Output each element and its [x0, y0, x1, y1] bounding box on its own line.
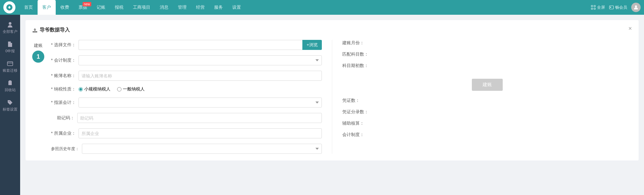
nav-item-client[interactable]: 客户	[38, 0, 56, 15]
fullscreen-button[interactable]: 全屏	[591, 5, 605, 10]
main-content: 导爷数据导入 × 建账 1 * 选择文件：	[20, 15, 644, 195]
app-logo	[3, 1, 15, 13]
ledger-input[interactable]	[79, 71, 322, 81]
nav-item-service[interactable]: 服务	[209, 0, 228, 15]
sidebar-item-migration-label: 账套迁移	[3, 68, 17, 73]
svg-point-7	[635, 5, 637, 7]
form-right: 建账月份： 匹配科目数： 科目期初数： 建账 凭证数：	[342, 40, 632, 154]
nav-item-fee[interactable]: 收费	[56, 0, 74, 15]
sidebar-item-tags[interactable]: 标签设置	[0, 96, 20, 115]
file-input-group: +浏览	[79, 40, 322, 50]
accountant-label: * 指派会计：	[51, 100, 76, 106]
file-label: * 选择文件：	[51, 42, 76, 48]
step-section: 建账 1 * 选择文件： +浏览	[32, 40, 322, 154]
sidebar-item-declare[interactable]: 0申报	[0, 38, 20, 57]
info-voucher-records-row: 凭证分录数：	[342, 109, 632, 115]
company-input[interactable]	[79, 128, 322, 138]
svg-rect-1	[591, 5, 593, 7]
step-label: 建账	[34, 43, 43, 49]
nav-item-ticket[interactable]: 票据new	[74, 0, 92, 15]
svg-rect-8	[7, 62, 13, 66]
form-divider	[332, 40, 332, 154]
info-match-label: 匹配科目数：	[342, 51, 369, 57]
svg-rect-6	[610, 7, 611, 8]
member-label: 畅会员	[615, 5, 627, 10]
tax-type-label: * 纳税性质：	[51, 86, 76, 92]
nav-item-business[interactable]: 工商项目	[128, 0, 155, 15]
tax-type-row: * 纳税性质： 小规模纳税人 一般纳税人	[51, 86, 322, 92]
nav-item-bookkeeping[interactable]: 记账	[92, 0, 110, 15]
nav-right: 全屏 畅会员	[591, 3, 641, 12]
form-left: 建账 1 * 选择文件： +浏览	[32, 40, 322, 154]
browse-button[interactable]: +浏览	[302, 40, 322, 50]
close-button[interactable]: ×	[628, 25, 632, 31]
nav-item-message[interactable]: 消息	[155, 0, 173, 15]
memo-input[interactable]	[77, 113, 322, 123]
card-title: 导爷数据导入	[32, 27, 632, 33]
sidebar-item-migration[interactable]: 账套迁移	[0, 57, 20, 76]
tax-small-label: 小规模纳税人	[84, 86, 110, 92]
tax-general-radio[interactable]	[117, 87, 121, 91]
nav-badge-new: new	[83, 2, 91, 6]
nav-item-home[interactable]: 首页	[19, 0, 38, 15]
history-row: 参照历史年度：	[51, 144, 322, 154]
accounting-label: * 会计制度：	[51, 57, 76, 63]
svg-rect-2	[594, 5, 595, 7]
history-select[interactable]	[82, 144, 322, 154]
sidebar: 全部客户 0申报 账套迁移 回收站 标签设置	[0, 15, 20, 195]
ledger-row: * 账簿名称：	[51, 71, 322, 81]
form-container: 建账 1 * 选择文件： +浏览	[32, 40, 632, 154]
ledger-label: * 账簿名称：	[51, 73, 76, 79]
file-row: * 选择文件： +浏览	[51, 40, 322, 50]
svg-rect-3	[591, 8, 593, 9]
step-badge: 1	[32, 51, 44, 63]
nav-items: 首页 客户 收费 票据new 记账 报税 工商项目 消息 管理 经营 服务 设置	[19, 0, 591, 15]
tax-small-radio[interactable]	[79, 87, 83, 91]
sidebar-item-recycle-label: 回收站	[5, 87, 16, 92]
accountant-row: * 指派会计：	[51, 97, 322, 108]
info-voucher-label: 凭证数：	[342, 97, 369, 104]
info-period-label: 科目期初数：	[342, 63, 369, 69]
user-avatar[interactable]	[631, 3, 641, 12]
file-input[interactable]	[79, 40, 303, 50]
top-nav: 首页 客户 收费 票据new 记账 报税 工商项目 消息 管理 经营 服务 设置…	[0, 0, 644, 15]
info-month-row: 建账月份：	[342, 40, 632, 46]
import-card: 导爷数据导入 × 建账 1 * 选择文件：	[26, 20, 639, 160]
info-auxiliary-label: 辅助核算：	[342, 120, 369, 126]
info-voucher-records-label: 凭证分录数：	[342, 109, 369, 115]
tax-general-label: 一般纳税人	[123, 86, 145, 92]
import-icon	[32, 27, 38, 33]
history-label: 参照历史年度：	[51, 146, 79, 152]
info-match-row: 匹配科目数：	[342, 51, 632, 57]
form-fields: * 选择文件： +浏览 * 会计制度：	[51, 40, 322, 154]
info-voucher-row: 凭证数：	[342, 97, 632, 104]
nav-item-manage[interactable]: 管理	[173, 0, 191, 15]
memo-label: 助记码：	[51, 115, 75, 121]
sidebar-item-declare-label: 0申报	[5, 49, 15, 54]
nav-item-operation[interactable]: 经营	[191, 0, 209, 15]
nav-item-tax[interactable]: 报税	[110, 0, 128, 15]
accounting-row: * 会计制度：	[51, 55, 322, 65]
tax-small-option[interactable]: 小规模纳税人	[79, 86, 110, 92]
sidebar-item-tags-label: 标签设置	[3, 107, 17, 112]
info-period-row: 科目期初数：	[342, 63, 632, 69]
svg-rect-5	[609, 6, 613, 9]
sidebar-item-recycle[interactable]: 回收站	[0, 76, 20, 96]
member-button[interactable]: 畅会员	[609, 5, 627, 10]
memo-row: 助记码：	[51, 113, 322, 123]
info-accounting-label: 会计制度：	[342, 132, 369, 138]
info-auxiliary-row: 辅助核算：	[342, 120, 632, 126]
build-button[interactable]: 建账	[472, 79, 503, 91]
accountant-select[interactable]	[79, 97, 322, 108]
sidebar-item-clients-label: 全部客户	[3, 29, 17, 34]
tax-radio-group: 小规模纳税人 一般纳税人	[79, 86, 145, 92]
tax-general-option[interactable]: 一般纳税人	[117, 86, 145, 92]
company-label: * 所属企业：	[51, 130, 76, 136]
accounting-select[interactable]	[79, 55, 322, 65]
svg-rect-4	[594, 8, 595, 9]
nav-item-settings[interactable]: 设置	[228, 0, 246, 15]
sidebar-item-clients[interactable]: 全部客户	[0, 18, 20, 38]
company-row: * 所属企业：	[51, 128, 322, 138]
info-month-label: 建账月份：	[342, 40, 369, 46]
info-accounting-row: 会计制度：	[342, 132, 632, 138]
